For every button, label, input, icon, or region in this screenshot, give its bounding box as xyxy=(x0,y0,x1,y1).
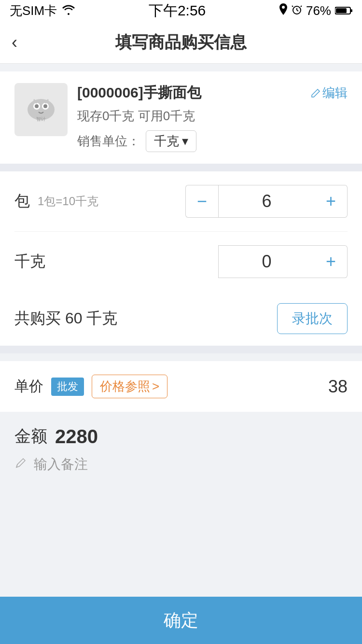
amount-section: 金额 2280 输入备注 xyxy=(0,412,362,487)
unit-label: 销售单位： xyxy=(77,133,140,150)
wifi-icon xyxy=(62,3,75,18)
bao-text: 包 xyxy=(14,191,30,212)
price-value: 38 xyxy=(328,377,348,397)
edit-button[interactable]: 编辑 xyxy=(311,84,348,101)
bao-quantity-control: − + xyxy=(185,185,348,218)
svg-rect-4 xyxy=(351,9,352,12)
price-badge: 批发 xyxy=(51,378,84,396)
bao-hint: 1包=10千克 xyxy=(38,194,98,209)
unit-select[interactable]: 千克 ▾ xyxy=(146,130,196,152)
kg-text: 千克 xyxy=(14,251,45,272)
amount-label: 金额 xyxy=(14,425,47,448)
confirm-button[interactable]: 确定 xyxy=(0,597,362,644)
section-divider-1 xyxy=(0,164,362,171)
status-left: 无SIM卡 xyxy=(10,2,75,19)
product-card: 智计 [0000006]手撕面包 编辑 现存0千克 可用0千克 销售单位： 千克… xyxy=(0,71,362,164)
price-section: 单价 批发 价格参照 > 38 xyxy=(0,361,362,412)
total-section: 共购买 60 千克 录批次 xyxy=(0,292,362,346)
status-right: 76% xyxy=(279,3,352,18)
price-ref-button[interactable]: 价格参照 > xyxy=(92,375,167,398)
svg-rect-5 xyxy=(336,8,347,13)
kg-input-row: 千克 + xyxy=(14,232,348,292)
input-section: 包 1包=10千克 − + 千克 + xyxy=(0,171,362,292)
product-name: [0000006]手撕面包 xyxy=(77,83,201,103)
product-info: [0000006]手撕面包 编辑 现存0千克 可用0千克 销售单位： 千克 ▾ xyxy=(77,83,348,152)
amount-value: 2280 xyxy=(55,426,98,448)
section-divider-2 xyxy=(0,346,362,353)
amount-row: 金额 2280 xyxy=(14,425,348,448)
price-ref-label: 价格参照 xyxy=(100,378,150,395)
status-time: 下午2:56 xyxy=(149,1,206,21)
bao-minus-button[interactable]: − xyxy=(185,185,218,218)
svg-point-10 xyxy=(43,104,47,108)
battery-label: 76% xyxy=(306,3,331,18)
alarm-icon xyxy=(292,3,302,18)
svg-point-9 xyxy=(35,104,39,108)
svg-text:智计: 智计 xyxy=(36,116,46,122)
bao-input-row: 包 1包=10千克 − + xyxy=(14,171,348,232)
product-stock: 现存0千克 可用0千克 xyxy=(77,108,348,125)
kg-quantity-input[interactable] xyxy=(218,245,315,278)
battery-icon xyxy=(335,3,352,18)
kg-label: 千克 xyxy=(14,251,45,272)
kg-quantity-control: + xyxy=(218,245,348,278)
location-icon xyxy=(279,3,288,18)
back-button[interactable]: ‹ xyxy=(12,32,17,53)
price-label: 单价 xyxy=(14,377,43,396)
product-thumbnail: 智计 xyxy=(14,83,68,136)
remark-row[interactable]: 输入备注 xyxy=(14,455,348,474)
page-title: 填写商品购买信息 xyxy=(115,31,247,54)
unit-value: 千克 xyxy=(154,133,179,150)
bao-plus-button[interactable]: + xyxy=(315,185,348,218)
unit-arrow: ▾ xyxy=(182,134,188,149)
bao-label: 包 1包=10千克 xyxy=(14,191,98,212)
product-logo: 智计 xyxy=(24,93,58,127)
edit-label: 编辑 xyxy=(322,84,348,101)
content-spacer xyxy=(0,487,362,597)
price-ref-arrow: > xyxy=(152,379,159,394)
remark-placeholder: 输入备注 xyxy=(34,455,88,474)
bao-quantity-input[interactable] xyxy=(218,185,315,218)
total-text: 共购买 60 千克 xyxy=(14,308,117,329)
carrier-label: 无SIM卡 xyxy=(10,2,57,19)
pencil-icon xyxy=(14,457,28,472)
svg-line-2 xyxy=(297,10,298,11)
record-batch-button[interactable]: 录批次 xyxy=(277,303,348,334)
status-bar: 无SIM卡 下午2:56 76% xyxy=(0,0,362,21)
product-unit-row: 销售单位： 千克 ▾ xyxy=(77,130,348,152)
nav-bar: ‹ 填写商品购买信息 xyxy=(0,21,362,64)
kg-plus-button[interactable]: + xyxy=(315,245,348,278)
